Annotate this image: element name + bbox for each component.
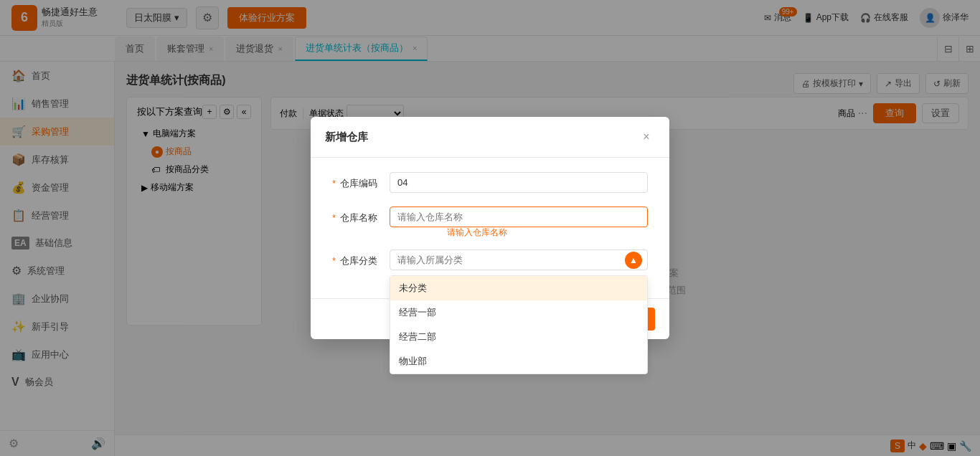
name-label: * 仓库名称: [332, 206, 390, 229]
option-dept1[interactable]: 经营一部: [390, 300, 647, 325]
category-dropdown[interactable]: ▲: [390, 250, 648, 270]
code-input[interactable]: [390, 172, 648, 193]
name-error-message: 请输入仓库名称: [447, 227, 507, 239]
category-toggle-icon[interactable]: ▲: [625, 252, 642, 269]
name-input[interactable]: [390, 206, 648, 227]
form-row-name: * 仓库名称 请输入仓库名称: [332, 206, 648, 229]
dialog-header: 新增仓库 ×: [311, 117, 669, 158]
option-property[interactable]: 物业部: [390, 349, 647, 374]
dialog-overlay[interactable]: 新增仓库 × * 仓库编码 * 仓库名称 请输入仓库名称: [0, 0, 980, 456]
option-dept2[interactable]: 经营二部: [390, 325, 647, 349]
category-dropdown-list: 未分类 经营一部 经营二部 物业部: [390, 275, 648, 374]
form-row-category: * 仓库分类 ▲ 未分类 经营一部 经营二部 物业部: [332, 250, 648, 272]
category-input[interactable]: [390, 250, 648, 270]
dialog-close-button[interactable]: ×: [638, 128, 655, 146]
new-warehouse-dialog: 新增仓库 × * 仓库编码 * 仓库名称 请输入仓库名称: [311, 117, 669, 339]
dialog-title: 新增仓库: [325, 130, 368, 144]
code-label: * 仓库编码: [332, 172, 390, 195]
dialog-body: * 仓库编码 * 仓库名称 请输入仓库名称 *: [311, 158, 669, 298]
form-row-code: * 仓库编码: [332, 172, 648, 195]
category-label: * 仓库分类: [332, 250, 390, 272]
option-unclassified[interactable]: 未分类: [390, 276, 647, 300]
